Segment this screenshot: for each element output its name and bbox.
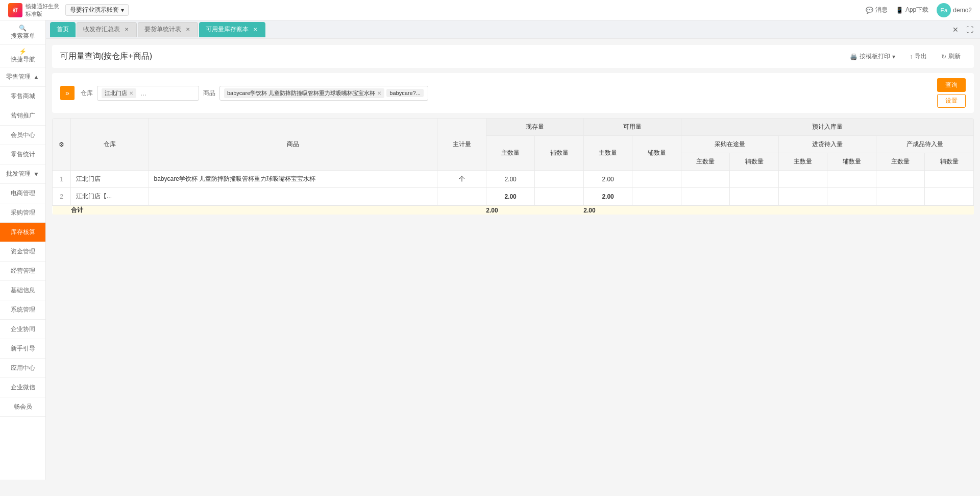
tab-close-receipts[interactable]: ✕ [123,26,130,33]
forecast-in-header: 预计入库量 [681,119,973,136]
sidebar-item-retail-management[interactable]: 零售管理 ▲ [0,67,45,87]
avail-aux-2 [632,188,681,206]
purchase-main-qty-header: 主数量 [681,153,730,171]
table-container: ⚙ 仓库 商品 主计量 现存量 可用量 预计入库量 主数量 [52,118,974,215]
chevron-down-icon: ▲ [33,74,39,81]
filter-group: 仓库 江北门店 ✕ ... 商品 babycare学饮杯 儿童防摔防撞吸管杯重力… [81,86,931,101]
tab-receipts-summary[interactable]: 收发存汇总表 ✕ [77,22,137,37]
sidebar-item-app-center[interactable]: 应用中心 [0,359,45,378]
filter-toggle-button[interactable]: » [60,86,75,100]
sidebar-item-purchase[interactable]: 采购管理 [0,203,45,223]
tab-close-inventory[interactable]: ✕ [252,26,259,33]
product-tag-close-1[interactable]: ✕ [377,90,381,96]
export-icon: ↑ [910,53,913,60]
summary-current-aux [535,205,584,215]
summary-row: 合计 2.00 2.00 [53,205,974,215]
message-icon: 💬 [866,7,873,14]
current-stock-header: 现存量 [486,119,583,136]
product-filter-tag-2: babycare?... [386,89,424,97]
logo-area: 好 畅捷通好生意 标准版 [8,3,59,17]
row-no-1: 1 [53,171,71,188]
settings-icon[interactable]: ⚙ [59,141,64,148]
incoming-aux-1 [827,171,876,188]
avatar: Ea [937,3,951,17]
unit-cell-2 [437,188,486,206]
filter-more-icon[interactable]: ... [138,89,149,97]
avail-main-2: 2.00 [583,188,632,206]
sidebar-item-member-center[interactable]: 会员中心 [0,126,45,145]
sidebar-item-enterprise[interactable]: 企业协同 [0,320,45,339]
summary-purchase-aux [730,205,779,215]
incoming-main-qty-header: 主数量 [778,153,827,171]
sidebar-item-retail-stats[interactable]: 零售统计 [0,145,45,164]
message-button[interactable]: 💬 消息 [866,6,888,14]
tab-close-order-stats[interactable]: ✕ [184,26,191,33]
product-filter-input[interactable]: babycare学饮杯 儿童防摔防撞吸管杯重力球吸嘴杯宝宝水杯 ✕ babyca… [219,86,428,101]
sidebar-item-newbie[interactable]: 新手引导 [0,339,45,359]
warehouse-filter-label: 仓库 [81,89,93,98]
tab-bar-actions: ✕ ⛶ [949,23,976,36]
tab-home[interactable]: 首页 [50,22,76,37]
tab-close-all-button[interactable]: ✕ [949,23,962,36]
summary-empty-1 [53,205,71,215]
warehouse-tag-close[interactable]: ✕ [129,90,133,96]
incoming-main-1 [778,171,827,188]
table-row: 1 江北门店 babycare学饮杯 儿童防摔防撞吸管杯重力球吸嘴杯宝宝水杯 个… [53,171,974,188]
summary-avail-aux [632,205,681,215]
summary-incoming-aux [827,205,876,215]
purchase-transit-header: 采购在途量 [681,136,778,153]
sidebar-item-member[interactable]: 畅会员 [0,397,45,417]
summary-production-main [876,205,925,215]
print-button[interactable]: 🖨️ 按模板打印 ▾ [845,50,900,63]
app-download-button[interactable]: 📱 App下载 [896,6,928,14]
avail-main-1: 2.00 [583,171,632,188]
user-area[interactable]: Ea demo2 [937,3,972,17]
product-cell-2 [149,188,437,206]
current-aux-1 [535,171,584,188]
sidebar-item-marketing[interactable]: 营销推广 [0,106,45,126]
tab-available-inventory[interactable]: 可用量库存账本 ✕ [199,22,265,37]
tab-maximize-button[interactable]: ⛶ [964,23,976,36]
sidebar-search[interactable]: 🔍 搜索菜单 [0,20,45,45]
sidebar-item-wholesale[interactable]: 批发管理 ▼ [0,164,45,184]
tab-order-stats[interactable]: 要货单统计表 ✕ [138,22,198,37]
current-aux-qty-header: 辅数量 [535,136,584,171]
refresh-icon: ↻ [941,53,946,60]
sidebar-item-inventory[interactable]: 库存核算 [0,223,45,242]
warehouse-col-header: 仓库 [71,119,149,171]
summary-purchase-main [681,205,730,215]
incoming-aux-2 [827,188,876,206]
chevron-down-icon: ▼ [33,171,39,178]
refresh-button[interactable]: ↻ 刷新 [936,50,966,63]
export-button[interactable]: ↑ 导出 [904,50,932,63]
purchase-aux-qty-header: 辅数量 [730,153,779,171]
query-button[interactable]: 查询 [937,78,966,92]
current-main-2: 2.00 [486,188,535,206]
sidebar-item-system[interactable]: 系统管理 [0,300,45,320]
table-wrapper: ⚙ 仓库 商品 主计量 现存量 可用量 预计入库量 主数量 [52,118,974,215]
incoming-aux-qty-header: 辅数量 [827,153,876,171]
table-row: 2 江北门店【... 2.00 2.00 [53,188,974,206]
sidebar-item-retail-mall[interactable]: 零售商城 [0,87,45,106]
current-main-1: 2.00 [486,171,535,188]
page-title: 可用量查询(按仓库+商品) [60,51,152,62]
sidebar-quick-nav[interactable]: ⚡ 快捷导航 [0,45,45,67]
purchase-main-2 [681,188,730,206]
avail-aux-1 [632,171,681,188]
sidebar-item-enterprise-wechat[interactable]: 企业微信 [0,378,45,397]
content-area: 首页 收发存汇总表 ✕ 要货单统计表 ✕ 可用量库存账本 ✕ ✕ ⛶ [46,20,980,480]
unit-cell-1: 个 [437,171,486,188]
settings-button[interactable]: 设置 [937,94,966,108]
industry-selector[interactable]: 母婴行业演示账套 ▾ [65,4,129,16]
warehouse-filter-input[interactable]: 江北门店 ✕ ... [97,86,199,101]
nav-icon: ⚡ [19,48,27,55]
download-icon: 📱 [896,7,903,14]
sidebar-item-operations[interactable]: 经营管理 [0,262,45,281]
summary-current-main: 2.00 [486,205,535,215]
sidebar-item-finance[interactable]: 资金管理 [0,242,45,262]
sidebar-item-ecommerce[interactable]: 电商管理 [0,184,45,203]
settings-col-header: ⚙ [53,119,71,171]
top-bar-left: 好 畅捷通好生意 标准版 母婴行业演示账套 ▾ [8,3,129,17]
sidebar-item-basic-info[interactable]: 基础信息 [0,281,45,300]
filter-buttons: 查询 设置 [937,78,966,108]
